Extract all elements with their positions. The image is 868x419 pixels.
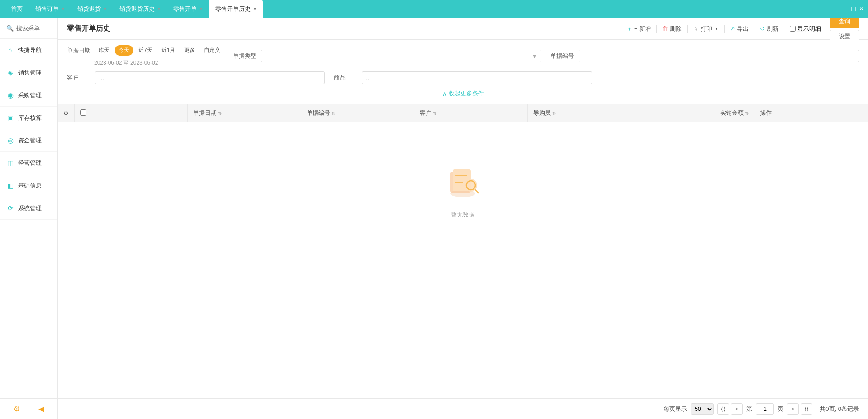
col-customer[interactable]: 客户 ⇅ <box>414 104 528 122</box>
delete-button[interactable]: 🗑 删除 <box>662 25 682 33</box>
col-action: 操作 <box>754 104 868 122</box>
collapse-filter-button[interactable]: ∧ 收起更多条件 <box>67 89 859 100</box>
sidebar-item-operations[interactable]: ◫ 经营管理 <box>0 152 57 174</box>
prev-page-button[interactable]: ＜ <box>731 403 743 415</box>
customer-dots: ... <box>99 75 104 81</box>
col-guide[interactable]: 导购员 ⇅ <box>528 104 641 122</box>
sidebar-footer: ⚙ ◀ <box>0 398 57 419</box>
divider5 <box>784 25 784 33</box>
date-btn-last7[interactable]: 近7天 <box>135 45 156 56</box>
close-button[interactable]: × <box>859 5 863 13</box>
delete-icon: 🗑 <box>662 25 668 32</box>
sort-guide-icon: ⇅ <box>552 111 556 116</box>
sort-customer-icon: ⇅ <box>433 111 436 116</box>
top-nav-bar: 首页 销售订单 × 销货退货 × 销货退货历史 × 零售开单 × 零售开单历史 … <box>0 0 868 18</box>
pagination: 每页显示 50 10 20 100 ⟨⟨ ＜ 第 1 页 ＞ ⟩⟩ 共0页, 0… <box>58 398 868 419</box>
date-btn-last1month[interactable]: 近1月 <box>158 45 179 56</box>
col-amount[interactable]: 实销金额 ⇅ <box>641 104 754 122</box>
export-button[interactable]: ↗ 导出 <box>730 25 749 33</box>
close-sales-return-history-tab[interactable]: × <box>157 6 161 12</box>
close-sales-return-tab[interactable]: × <box>104 6 107 12</box>
print-dropdown-icon[interactable]: ▼ <box>714 26 719 31</box>
product-input[interactable]: ... <box>362 71 592 84</box>
per-page-select[interactable]: 50 10 20 100 <box>691 403 714 415</box>
settings-icon[interactable]: ⚙ <box>14 405 20 413</box>
sidebar-item-quick-nav[interactable]: ⌂ 快捷导航 <box>0 39 57 61</box>
bill-type-select[interactable]: ▼ <box>261 50 541 62</box>
page-suffix: 页 <box>778 405 783 413</box>
sidebar-item-system[interactable]: ⟳ 系统管理 <box>0 197 57 220</box>
date-filter-label: 单据日期 <box>67 47 92 55</box>
content-area: 零售开单历史 ＋ + 新增 🗑 删除 🖨 打印 ▼ <box>58 18 868 419</box>
minimize-button[interactable]: － <box>840 5 848 14</box>
bill-type-filter-group: 单据类型 ▼ <box>233 50 541 62</box>
empty-state: 暂无数据 <box>58 122 868 255</box>
date-btn-today[interactable]: 今天 <box>115 45 133 56</box>
customer-input[interactable]: ... <box>95 71 325 84</box>
sidebar-item-inventory[interactable]: ▣ 库存核算 <box>0 107 57 129</box>
page-header: 零售开单历史 ＋ + 新增 🗑 删除 🖨 打印 ▼ <box>58 18 868 40</box>
col-date[interactable]: 单据日期 ⇅ <box>188 104 301 122</box>
col-number[interactable]: 单据编号 ⇅ <box>301 104 414 122</box>
main-layout: 🔍 搜索采单 ⌂ 快捷导航 ◈ 销售管理 ◉ 采购管理 ▣ 库存核算 ◎ 资金管… <box>0 18 868 419</box>
print-button[interactable]: 🖨 打印 ▼ <box>693 25 719 33</box>
svg-line-8 <box>475 190 479 193</box>
page-label: 第 <box>746 405 752 413</box>
next-page-button[interactable]: ＞ <box>787 403 799 415</box>
sidebar-item-basic-info[interactable]: ◧ 基础信息 <box>0 174 57 197</box>
sidebar-item-finance[interactable]: ◎ 资金管理 <box>0 129 57 152</box>
last-page-button[interactable]: ⟩⟩ <box>801 403 812 415</box>
sidebar-search[interactable]: 🔍 搜索采单 <box>0 18 57 39</box>
divider2 <box>687 25 688 33</box>
customer-label: 客户 <box>67 74 92 82</box>
first-page-button[interactable]: ⟨⟨ <box>717 403 729 415</box>
date-btn-more[interactable]: 更多 <box>180 45 199 56</box>
tab-home[interactable]: 首页 <box>5 0 29 18</box>
query-button[interactable]: 查询 <box>830 18 859 28</box>
print-icon: 🖨 <box>693 25 699 32</box>
tab-sales-order[interactable]: 销售订单 × <box>29 0 71 18</box>
sidebar-item-sales-mgmt[interactable]: ◈ 销售管理 <box>0 61 57 84</box>
close-sales-order-tab[interactable]: × <box>62 6 65 12</box>
date-btn-yesterday[interactable]: 昨天 <box>95 45 113 56</box>
add-button[interactable]: ＋ + 新增 <box>626 25 651 33</box>
window-controls: － □ × <box>840 5 863 14</box>
table-container: ⚙ 单据日期 ⇅ 单据编号 <box>58 104 868 398</box>
col-settings[interactable]: ⚙ <box>58 104 74 122</box>
cart-icon: ◉ <box>6 91 14 99</box>
sort-date-icon: ⇅ <box>218 111 222 116</box>
home-icon: ⌂ <box>6 46 14 54</box>
tab-retail-open[interactable]: 零售开单 × <box>167 0 209 18</box>
date-filter-group: 单据日期 昨天 今天 近7天 近1月 更多 自定义 2023-06-02 至 2… <box>67 45 224 67</box>
tab-retail-open-history[interactable]: 零售开单历史 × <box>209 0 263 18</box>
collapse-icon: ∧ <box>442 90 447 97</box>
table-settings-icon[interactable]: ⚙ <box>63 110 69 117</box>
date-buttons: 昨天 今天 近7天 近1月 更多 自定义 <box>95 45 224 56</box>
maximize-button[interactable]: □ <box>851 5 856 13</box>
page-number-input[interactable]: 1 <box>756 403 774 415</box>
product-label: 商品 <box>334 74 359 82</box>
display-detail-checkbox[interactable] <box>790 26 796 32</box>
tab-sales-return[interactable]: 销货退货 × <box>71 0 113 18</box>
bill-number-input[interactable] <box>579 50 859 62</box>
bill-type-dropdown-icon: ▼ <box>531 53 537 60</box>
per-page-label: 每页显示 <box>664 405 687 413</box>
refresh-button[interactable]: ↺ 刷新 <box>760 25 778 33</box>
product-dots: ... <box>366 75 371 81</box>
sidebar-item-purchase-mgmt[interactable]: ◉ 采购管理 <box>0 84 57 107</box>
close-retail-open-history-tab[interactable]: × <box>253 6 256 12</box>
display-detail-toggle[interactable]: 显示明细 <box>790 25 821 33</box>
collapse-sidebar-icon[interactable]: ◀ <box>38 405 44 413</box>
info-icon: ◧ <box>6 182 14 190</box>
col-checkbox <box>74 104 188 122</box>
tab-sales-return-history[interactable]: 销货退货历史 × <box>113 0 167 18</box>
date-range-display: 2023-06-02 至 2023-06-02 <box>94 59 158 67</box>
box-icon: ▣ <box>6 114 14 122</box>
sort-amount-icon: ⇅ <box>745 111 749 116</box>
date-btn-custom[interactable]: 自定义 <box>200 45 224 56</box>
divider4 <box>754 25 754 33</box>
sidebar: 🔍 搜索采单 ⌂ 快捷导航 ◈ 销售管理 ◉ 采购管理 ▣ 库存核算 ◎ 资金管… <box>0 18 58 419</box>
close-retail-open-tab[interactable]: × <box>199 6 203 12</box>
page-title: 零售开单历史 <box>67 24 110 33</box>
select-all-checkbox[interactable] <box>80 109 86 116</box>
